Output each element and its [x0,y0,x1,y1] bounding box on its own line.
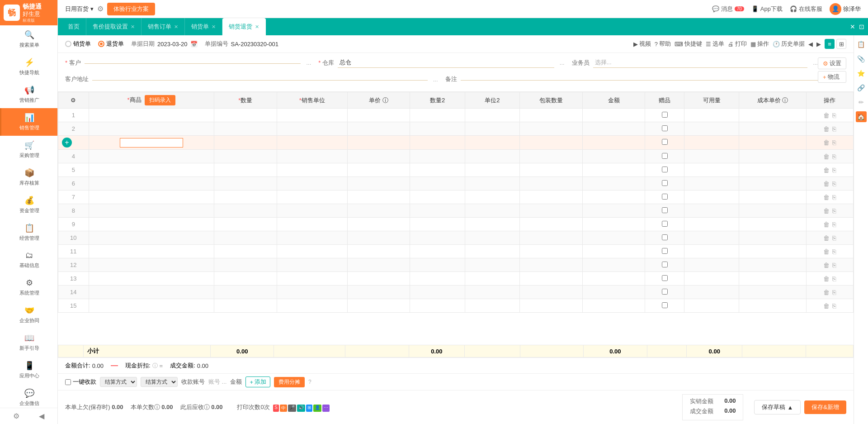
row-price-cell[interactable] [347,177,410,191]
row-price-cell[interactable] [347,231,410,245]
trial-button[interactable]: 体验行业方案 [107,3,155,15]
select-btn[interactable]: ☰ 选单 [706,40,724,48]
help-btn[interactable]: ? 帮助 [655,40,671,48]
row-unit2-cell[interactable] [465,109,519,122]
row-amount-cell[interactable] [582,122,645,136]
right-panel-link[interactable]: 🔗 [856,82,867,93]
radio-sales[interactable]: 销货单 [65,40,91,48]
row-pack-cell[interactable] [520,163,583,177]
row-pack-cell[interactable] [520,191,583,204]
row-amount-cell[interactable] [582,299,645,313]
row-pack-cell[interactable] [520,299,583,313]
history-btn[interactable]: 🕐 历史单据 [773,40,805,48]
tab-price-setting-close[interactable]: ✕ [131,24,135,30]
row-pack-cell[interactable] [520,245,583,258]
sidebar-item-enterprise[interactable]: 🤝 企业协同 [0,301,57,329]
row-qty2-cell[interactable] [410,245,465,258]
row-qty-cell[interactable] [214,231,277,245]
row-pack-cell[interactable] [520,218,583,231]
copy-row-icon[interactable]: ⎘ [832,180,836,187]
gift-checkbox[interactable] [662,125,668,131]
restore-tab-icon[interactable]: ⊡ [859,23,864,30]
row-qty2-cell[interactable] [410,136,465,150]
sidebar-item-system[interactable]: ⚙ 系统管理 [0,273,57,301]
row-gift-cell[interactable] [645,218,684,231]
row-qty2-cell[interactable] [410,122,465,136]
row-qty2-cell[interactable] [410,204,465,218]
row-product-cell[interactable] [89,191,214,204]
row-price-cell[interactable] [347,122,410,136]
user-profile[interactable]: 👤 徐泽华 [830,3,861,15]
delete-row-icon[interactable]: 🗑 [823,221,830,228]
row-cost-cell[interactable] [739,245,806,258]
row-unit2-cell[interactable] [465,258,519,272]
gift-checkbox[interactable] [662,194,668,200]
copy-row-icon[interactable]: ⎘ [832,289,836,296]
calc-method-select[interactable]: 结算方式 [141,377,178,387]
gift-checkbox[interactable] [662,139,668,145]
row-unit2-cell[interactable] [465,286,519,299]
date-value[interactable]: 2023-03-20 [157,41,188,48]
row-available-cell[interactable] [684,109,739,122]
right-panel-edit[interactable]: ✏ [856,97,867,108]
print-btn[interactable]: 🖨 打印 [728,40,747,48]
gift-checkbox[interactable] [662,234,668,240]
topbar-gear-icon[interactable]: ⚙ [97,5,104,13]
sidebar-item-apps[interactable]: 📱 应用中心 [0,356,57,384]
tab-sales-close[interactable]: ✕ [212,24,216,30]
gift-checkbox[interactable] [662,221,668,227]
save-draft-button[interactable]: 保存草稿 ▲ [754,400,801,414]
row-available-cell[interactable] [684,272,739,286]
fee-split-btn[interactable]: 费用分摊 [274,377,305,387]
row-qty-cell[interactable] [214,272,277,286]
row-gift-cell[interactable] [645,191,684,204]
delete-row-icon[interactable]: 🗑 [823,153,830,160]
row-gift-cell[interactable] [645,122,684,136]
warehouse-dots[interactable]: ... [560,59,565,66]
row-pack-cell[interactable] [520,272,583,286]
row-gift-cell[interactable] [645,258,684,272]
row-product-cell[interactable] [89,204,214,218]
row-product-cell[interactable] [89,245,214,258]
save-new-button[interactable]: 保存&新增 [804,400,846,414]
row-price-cell[interactable] [347,150,410,163]
row-amount-cell[interactable] [582,204,645,218]
row-available-cell[interactable] [684,150,739,163]
list-view-btn[interactable]: ≡ [825,39,835,49]
row-available-cell[interactable] [684,231,739,245]
row-pack-cell[interactable] [520,177,583,191]
sidebar-item-sales[interactable]: 📊 销售管理 [0,108,57,136]
copy-row-icon[interactable]: ⎘ [832,167,836,174]
account-dots[interactable]: 账号 ... [208,378,226,386]
sidebar-item-operations[interactable]: 📋 经营管理 [0,219,57,246]
row-amount-cell[interactable] [582,136,645,150]
row-amount-cell[interactable] [582,109,645,122]
row-gift-cell[interactable] [645,231,684,245]
row-unit2-cell[interactable] [465,122,519,136]
row-qty-cell[interactable] [214,136,277,150]
copy-row-icon[interactable]: ⎘ [832,234,836,242]
sidebar-item-inventory[interactable]: 📦 库存核算 [0,163,57,191]
row-qty-cell[interactable] [214,109,277,122]
gift-checkbox[interactable] [662,207,668,213]
row-product-cell[interactable] [89,299,214,313]
row-price-cell[interactable] [347,191,410,204]
sidebar-item-shortcut[interactable]: ⚡ 快捷导航 [0,53,57,81]
row-product-cell[interactable] [89,136,214,150]
copy-row-icon[interactable]: ⎘ [832,275,836,282]
salesperson-input[interactable]: 选择... [593,57,807,68]
row-unit-cell[interactable] [277,136,347,150]
row-unit2-cell[interactable] [465,231,519,245]
row-product-cell[interactable] [89,150,214,163]
sidebar-item-purchase[interactable]: 🛒 采购管理 [0,136,57,163]
row-qty2-cell[interactable] [410,286,465,299]
gift-checkbox[interactable] [662,275,668,281]
gift-checkbox[interactable] [662,289,668,295]
row-available-cell[interactable] [684,299,739,313]
settings-btn[interactable]: ⚙ 设置 [818,57,846,69]
row-qty-cell[interactable] [214,218,277,231]
row-amount-cell[interactable] [582,163,645,177]
row-qty2-cell[interactable] [410,191,465,204]
row-product-cell[interactable] [89,109,214,122]
delete-row-icon[interactable]: 🗑 [823,248,830,255]
